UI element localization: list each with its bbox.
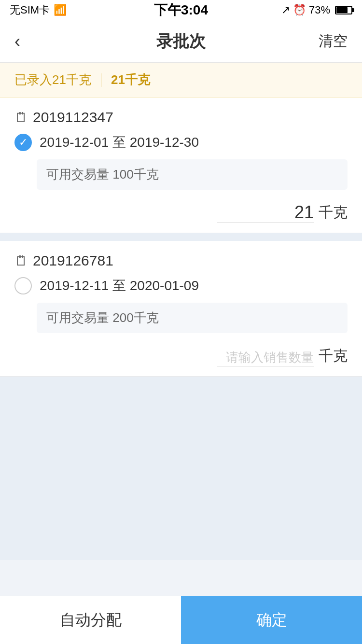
bottom-bar: 自动分配 确定 — [0, 596, 362, 644]
status-bar: 无SIM卡 📶 下午3:04 ↗ ⏰ 73% — [0, 0, 362, 20]
batch-header-2: 🗒 2019126781 — [0, 241, 362, 273]
quantity-row-1: 千克 — [0, 197, 362, 233]
back-button[interactable]: ‹ — [14, 31, 20, 52]
section-separator — [0, 233, 362, 241]
batch-id-icon-2: 🗒 — [14, 253, 28, 269]
batch-id-1: 2019112347 — [33, 109, 113, 126]
summary-banner: 已录入21千克 21千克 — [0, 63, 362, 98]
status-left: 无SIM卡 📶 — [10, 3, 67, 17]
batch-id-2: 2019126781 — [33, 252, 113, 269]
quantity-unit-2: 千克 — [319, 346, 348, 366]
summary-amount: 21千克 — [111, 71, 150, 88]
alarm-icon: ⏰ — [293, 4, 306, 16]
status-time: 下午3:04 — [154, 1, 208, 19]
confirm-button[interactable]: 确定 — [181, 596, 362, 644]
batch-date-row-2: 2019-12-11 至 2020-01-09 — [0, 273, 362, 299]
recorded-label: 已录入21千克 — [14, 71, 91, 88]
batch-item-2: 🗒 2019126781 2019-12-11 至 2020-01-09 可用交… — [0, 241, 362, 377]
battery-icon — [335, 6, 352, 14]
quantity-input-2[interactable] — [217, 346, 314, 366]
battery-text: 73% — [309, 4, 330, 16]
location-icon: ↗ — [281, 4, 290, 16]
quantity-unit-1: 千克 — [319, 203, 348, 223]
quantity-input-1[interactable] — [217, 202, 314, 223]
status-right: ↗ ⏰ 73% — [281, 4, 352, 16]
nav-bar: ‹ 录批次 清空 — [0, 20, 362, 63]
clear-button[interactable]: 清空 — [319, 31, 348, 51]
batch-header-1: 🗒 2019112347 — [0, 98, 362, 129]
empty-area — [0, 377, 362, 560]
wifi-icon: 📶 — [54, 4, 67, 16]
quantity-row-2: 千克 — [0, 341, 362, 377]
auto-distribute-button[interactable]: 自动分配 — [0, 596, 181, 644]
batch-radio-1[interactable] — [14, 134, 32, 151]
carrier-text: 无SIM卡 — [10, 3, 50, 17]
batch-date-row-1: 2019-12-01 至 2019-12-30 — [0, 129, 362, 155]
batch-date-1: 2019-12-01 至 2019-12-30 — [40, 133, 199, 152]
page-title: 录批次 — [156, 30, 206, 53]
batch-available-1: 可用交易量 100千克 — [37, 159, 348, 190]
batch-available-2: 可用交易量 200千克 — [37, 303, 348, 333]
batch-id-icon-1: 🗒 — [14, 110, 28, 126]
batch-radio-2[interactable] — [14, 277, 32, 294]
batch-item-1: 🗒 2019112347 2019-12-01 至 2019-12-30 可用交… — [0, 98, 362, 233]
summary-divider — [101, 73, 101, 87]
batch-date-2: 2019-12-11 至 2020-01-09 — [40, 277, 199, 295]
